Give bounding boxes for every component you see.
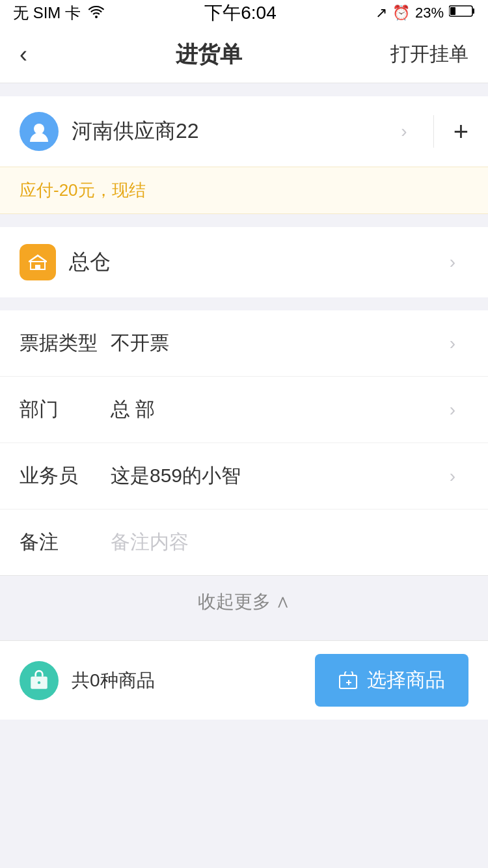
sales-row[interactable]: 业务员 这是859的小智 › bbox=[0, 443, 488, 509]
form-section: 票据类型 不开票 › 部门 总 部 › 业务员 这是859的小智 › 备注 备注… bbox=[0, 310, 488, 575]
svg-rect-4 bbox=[35, 265, 40, 269]
vertical-divider bbox=[433, 115, 434, 148]
invoice-value: 不开票 bbox=[111, 330, 450, 357]
select-product-label: 选择商品 bbox=[367, 667, 445, 694]
collapse-button[interactable]: 收起更多 ∧ bbox=[0, 575, 488, 627]
battery-label: 23% bbox=[415, 5, 444, 21]
status-right: ↗ ⏰ 23% bbox=[375, 5, 475, 21]
page-title: 进货单 bbox=[176, 40, 242, 70]
supplier-avatar bbox=[20, 112, 59, 151]
carrier-label: 无 SIM 卡 bbox=[13, 3, 81, 23]
section-gap-3 bbox=[0, 297, 488, 310]
warehouse-section: 总仓 › bbox=[0, 227, 488, 297]
bottom-bar: 共0种商品 选择商品 bbox=[0, 640, 488, 720]
dept-chevron-icon: › bbox=[450, 400, 455, 420]
warehouse-row[interactable]: 总仓 › bbox=[0, 227, 488, 297]
alarm-icon: ⏰ bbox=[392, 5, 410, 21]
svg-rect-1 bbox=[472, 8, 474, 14]
remark-row[interactable]: 备注 备注内容 bbox=[0, 509, 488, 575]
warehouse-icon bbox=[20, 244, 56, 280]
warehouse-name: 总仓 bbox=[69, 248, 450, 277]
remark-label: 备注 bbox=[20, 529, 111, 556]
dept-row[interactable]: 部门 总 部 › bbox=[0, 377, 488, 443]
invoice-label: 票据类型 bbox=[20, 330, 111, 357]
back-button[interactable]: ‹ bbox=[20, 41, 27, 68]
sales-label: 业务员 bbox=[20, 463, 111, 489]
product-count: 共0种商品 bbox=[72, 668, 315, 693]
svg-point-3 bbox=[34, 124, 44, 134]
svg-rect-2 bbox=[450, 7, 455, 15]
supplier-chevron-icon: › bbox=[401, 121, 407, 142]
dept-value: 总 部 bbox=[111, 396, 450, 423]
collapse-label: 收起更多 ∧ bbox=[198, 590, 291, 614]
section-gap-1 bbox=[0, 83, 488, 96]
svg-point-6 bbox=[38, 681, 40, 684]
wifi-icon bbox=[87, 4, 105, 22]
status-time: 下午6:04 bbox=[204, 1, 277, 25]
supplier-section: 河南供应商22 › + 应付-20元，现结 bbox=[0, 96, 488, 214]
location-icon: ↗ bbox=[375, 5, 387, 21]
sales-value: 这是859的小智 bbox=[111, 463, 450, 489]
status-bar: 无 SIM 卡 下午6:04 ↗ ⏰ 23% bbox=[0, 0, 488, 26]
supplier-row[interactable]: 河南供应商22 › + bbox=[0, 96, 488, 167]
add-supplier-button[interactable]: + bbox=[454, 117, 468, 146]
notice-text: 应付-20元，现结 bbox=[20, 180, 146, 200]
notice-bar: 应付-20元，现结 bbox=[0, 167, 488, 214]
warehouse-chevron-icon: › bbox=[450, 252, 455, 273]
invoice-row[interactable]: 票据类型 不开票 › bbox=[0, 310, 488, 377]
select-product-button[interactable]: 选择商品 bbox=[315, 654, 468, 707]
remark-input[interactable]: 备注内容 bbox=[111, 529, 468, 556]
status-left: 无 SIM 卡 bbox=[13, 3, 105, 23]
supplier-name: 河南供应商22 bbox=[72, 117, 401, 146]
section-gap-2 bbox=[0, 214, 488, 227]
dept-label: 部门 bbox=[20, 396, 111, 423]
open-pending-button[interactable]: 打开挂单 bbox=[390, 41, 468, 68]
section-gap-4 bbox=[0, 627, 488, 640]
invoice-chevron-icon: › bbox=[450, 333, 455, 354]
nav-bar: ‹ 进货单 打开挂单 bbox=[0, 26, 488, 83]
product-icon bbox=[20, 661, 59, 700]
sales-chevron-icon: › bbox=[450, 466, 455, 487]
battery-icon bbox=[449, 5, 475, 21]
